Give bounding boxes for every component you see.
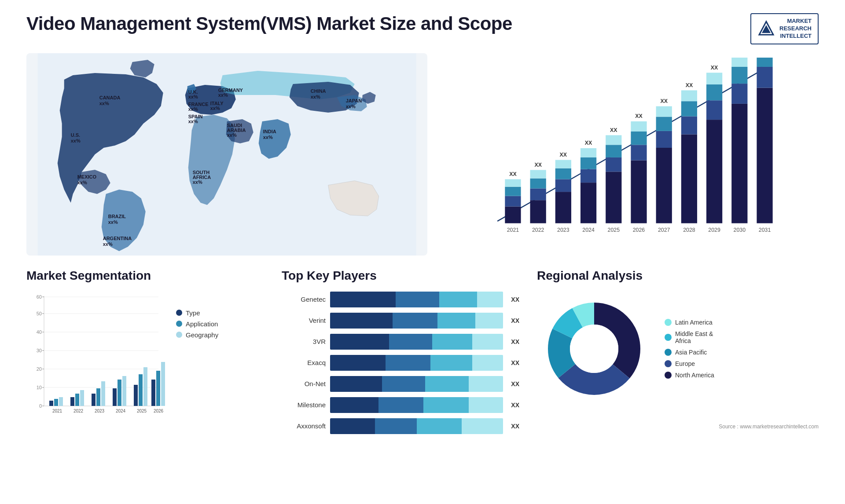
key-players-title: Top Key Players: [282, 269, 519, 283]
svg-text:XX: XX: [636, 113, 643, 119]
asia-pacific-dot: [665, 349, 672, 356]
regional-panel: Regional Analysis: [537, 269, 819, 504]
svg-text:30: 30: [37, 348, 42, 353]
legend-geography: Geography: [176, 331, 218, 339]
north-america-label: North America: [675, 372, 714, 379]
player-bar: [330, 397, 503, 413]
svg-rect-128: [59, 397, 63, 406]
svg-rect-88: [706, 84, 722, 100]
top-section: CANADA xx% U.S. xx% MEXICO xx% BRAZIL xx…: [26, 53, 819, 256]
player-row: Exacq XX: [282, 355, 519, 371]
svg-text:xx%: xx%: [346, 104, 356, 109]
svg-rect-46: [530, 178, 546, 188]
player-bar: [330, 334, 503, 350]
svg-text:XX: XX: [661, 98, 668, 104]
svg-rect-130: [70, 397, 74, 406]
type-label: Type: [186, 309, 200, 317]
player-row: 3VR XX: [282, 334, 519, 350]
svg-rect-59: [580, 148, 596, 157]
svg-text:xx%: xx%: [263, 135, 273, 140]
legend-asia-pacific: Asia Pacific: [665, 349, 714, 356]
legend-north-america: North America: [665, 372, 714, 379]
svg-rect-44: [530, 200, 546, 223]
donut-chart: [537, 292, 651, 406]
legend-type: Type: [176, 309, 218, 317]
svg-text:2021: 2021: [507, 226, 519, 233]
page-container: Video Management System(VMS) Market Size…: [0, 0, 845, 504]
growth-chart-container: XX 2021 XX 2022 XX 2023: [445, 53, 819, 256]
bottom-section: Market Segmentation 0 10 20 30: [26, 269, 819, 504]
logo: MARKET RESEARCH INTELLECT: [750, 13, 819, 44]
svg-text:60: 60: [37, 294, 42, 299]
svg-rect-82: [681, 101, 697, 116]
legend-middle-east: Middle East &Africa: [665, 330, 714, 344]
segmentation-title: Market Segmentation: [26, 269, 264, 283]
svg-text:2031: 2031: [759, 226, 771, 233]
svg-text:2026: 2026: [154, 409, 164, 413]
middle-east-dot: [665, 334, 672, 341]
svg-rect-148: [161, 362, 165, 406]
geography-dot: [176, 332, 182, 338]
type-dot: [176, 310, 182, 316]
svg-text:XX: XX: [510, 171, 517, 177]
logo-icon: [757, 20, 775, 37]
logo-text: MARKET RESEARCH INTELLECT: [779, 18, 812, 40]
svg-text:2027: 2027: [658, 226, 670, 233]
segmentation-legend: Type Application Geography: [176, 309, 218, 339]
svg-rect-144: [143, 367, 147, 406]
latin-america-dot: [665, 319, 672, 326]
regional-title: Regional Analysis: [537, 269, 819, 283]
svg-text:2028: 2028: [683, 226, 696, 233]
source-text: Source : www.marketresearchintellect.com: [537, 424, 819, 430]
svg-rect-65: [606, 135, 622, 145]
svg-text:2025: 2025: [137, 409, 147, 413]
svg-rect-81: [681, 116, 697, 134]
svg-rect-138: [113, 388, 117, 406]
svg-rect-100: [757, 58, 773, 67]
svg-rect-126: [49, 401, 53, 406]
svg-text:xx%: xx%: [108, 219, 118, 225]
svg-text:JAPAN: JAPAN: [346, 98, 362, 103]
svg-text:CANADA: CANADA: [99, 95, 121, 100]
asia-pacific-label: Asia Pacific: [675, 349, 707, 356]
svg-text:xx%: xx%: [188, 119, 198, 124]
svg-rect-95: [732, 58, 748, 67]
map-container: CANADA xx% U.S. xx% MEXICO xx% BRAZIL xx…: [26, 53, 427, 256]
legend-application: Application: [176, 320, 218, 328]
player-bar: [330, 355, 503, 371]
svg-text:2024: 2024: [116, 409, 126, 413]
segmentation-panel: Market Segmentation 0 10 20 30: [26, 269, 264, 504]
application-label: Application: [186, 320, 218, 328]
svg-text:xx%: xx%: [218, 92, 228, 98]
svg-rect-40: [505, 186, 521, 196]
svg-text:0: 0: [39, 403, 42, 409]
svg-rect-92: [732, 104, 748, 223]
player-bar: [330, 376, 503, 392]
svg-text:40: 40: [37, 329, 42, 335]
donut-legend: Latin America Middle East &Africa Asia P…: [665, 319, 714, 379]
svg-text:2023: 2023: [95, 409, 105, 413]
svg-text:XX: XX: [610, 127, 617, 133]
players-list: Genetec XX Verint: [282, 292, 519, 434]
svg-text:CHINA: CHINA: [311, 88, 326, 94]
svg-rect-134: [92, 394, 96, 406]
svg-rect-132: [80, 390, 84, 406]
player-bar: [330, 418, 503, 434]
svg-rect-39: [505, 196, 521, 206]
player-bar: [330, 292, 503, 307]
svg-rect-38: [505, 206, 521, 223]
svg-text:BRAZIL: BRAZIL: [108, 214, 126, 219]
svg-rect-99: [757, 67, 773, 88]
svg-rect-70: [631, 131, 647, 145]
svg-text:2023: 2023: [558, 226, 570, 233]
svg-rect-75: [656, 131, 672, 148]
svg-text:xx%: xx%: [210, 106, 220, 111]
svg-rect-131: [75, 394, 79, 406]
svg-text:2025: 2025: [608, 226, 620, 233]
svg-rect-69: [631, 145, 647, 160]
svg-text:ARGENTINA: ARGENTINA: [103, 236, 132, 241]
header: Video Management System(VMS) Market Size…: [26, 13, 819, 44]
north-america-dot: [665, 372, 672, 379]
svg-rect-41: [505, 179, 521, 186]
segmentation-chart: 0 10 20 30 40 50 60: [26, 292, 167, 424]
